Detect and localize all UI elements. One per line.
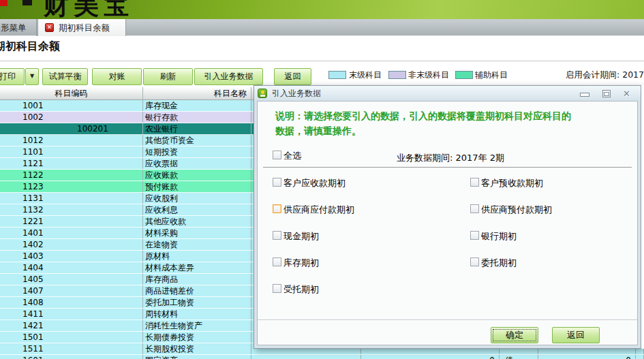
dialog-checkbox-label[interactable]: 受托期初 bbox=[283, 283, 319, 296]
reconcile-button[interactable]: 对账 bbox=[92, 68, 142, 85]
tab-graphic-menu[interactable]: 图形菜单 bbox=[0, 19, 37, 36]
cell-account-name: 长期股权投资 bbox=[143, 343, 251, 354]
dialog-checkbox-label[interactable]: 银行期初 bbox=[481, 230, 517, 243]
dialog-titlebar[interactable]: 引入业务数据 ✕ bbox=[254, 86, 641, 101]
dialog-checkbox[interactable] bbox=[273, 284, 281, 293]
dialog-checkbox[interactable] bbox=[470, 231, 479, 240]
cell-account-code: 1405 bbox=[0, 274, 143, 285]
cell-account-code: 1408 bbox=[0, 297, 143, 308]
dialog-checkbox[interactable] bbox=[273, 231, 281, 240]
dialog-checkbox-label[interactable]: 客户应收款期初 bbox=[283, 177, 346, 189]
cell-account-code: 1421 bbox=[0, 320, 143, 331]
cell-direction: 借 bbox=[500, 355, 538, 359]
cell-account-name: 应收票据 bbox=[143, 158, 251, 169]
dialog-checkbox[interactable] bbox=[273, 178, 281, 187]
cell-account-name: 原材料 bbox=[143, 251, 251, 262]
dialog-checkbox-label[interactable]: 供应商预付款期初 bbox=[481, 204, 552, 216]
divider bbox=[258, 319, 637, 320]
dialog-checkbox[interactable] bbox=[470, 257, 479, 266]
dialog-back-button[interactable]: 返回 bbox=[552, 327, 600, 343]
cell-account-name: 固定资产 bbox=[143, 355, 251, 359]
divider bbox=[0, 61, 644, 61]
cell-account-name: 应收账款 bbox=[143, 170, 251, 181]
cell-account-name: 其他货币资金 bbox=[143, 135, 251, 146]
app-banner: 财美宝 bbox=[0, 0, 644, 19]
cell-account-code: 1132 bbox=[0, 204, 143, 215]
cell-amount: 0 bbox=[361, 355, 500, 359]
cell-account-code: 1123 bbox=[0, 181, 143, 192]
tab-opening-balance[interactable]: ✕ 期初科目余额 bbox=[37, 19, 126, 36]
dialog-checkbox-label[interactable]: 库存期初 bbox=[283, 257, 319, 269]
dialog-checkbox-label[interactable]: 客户预收款期初 bbox=[481, 177, 543, 189]
legend-label: 末级科目 bbox=[349, 69, 382, 81]
cell-account-code: 1501 bbox=[0, 332, 143, 343]
dialog-icon bbox=[258, 89, 267, 98]
select-all-label: 全选 bbox=[283, 150, 301, 162]
divider bbox=[263, 167, 632, 168]
cell-account-code: 1601 bbox=[0, 355, 143, 359]
cell-account-code: 1221 bbox=[0, 216, 143, 227]
page-title: 期初科目余额 bbox=[0, 40, 60, 54]
close-icon[interactable]: ✕ bbox=[623, 89, 630, 99]
dialog-checkbox[interactable] bbox=[470, 178, 479, 187]
column-header-code: 科目编码 bbox=[0, 87, 143, 99]
dialog-checkbox-label[interactable]: 委托期初 bbox=[481, 257, 517, 269]
cell-account-code: 100201 bbox=[0, 123, 143, 134]
cell-account-name: 其他应收款 bbox=[143, 216, 251, 227]
dialog-title: 引入业务数据 bbox=[272, 86, 321, 101]
ok-button[interactable]: 确定 bbox=[491, 327, 538, 343]
print-button[interactable]: 打印 bbox=[0, 68, 25, 85]
app-logo: 财美宝 bbox=[44, 0, 134, 19]
cell-account-name: 预付账款 bbox=[143, 181, 251, 192]
cell-account-name: 长期债券投资 bbox=[143, 332, 251, 343]
column-header-name: 科目名称 bbox=[143, 87, 251, 99]
accounting-period-caption: 启用会计期间: 2017 bbox=[566, 69, 644, 81]
cell-account-code: 1401 bbox=[0, 228, 143, 238]
legend-label: 非末级科目 bbox=[408, 69, 449, 81]
dialog-checkbox[interactable] bbox=[470, 204, 479, 213]
import-business-data-dialog: 引入业务数据 ✕ 说明：请选择您要引入的数据，引入的数据将覆盖期初科目对应科目的… bbox=[254, 85, 641, 349]
select-all-checkbox[interactable] bbox=[273, 151, 281, 159]
cell-account-code: 1101 bbox=[0, 146, 143, 157]
back-button[interactable]: 返回 bbox=[274, 68, 311, 85]
cell-account-name: 周转材料 bbox=[143, 309, 251, 319]
cell-account-name: 短期投资 bbox=[143, 146, 251, 157]
tab-bar: 图形菜单 ✕ 期初科目余额 bbox=[0, 19, 644, 36]
cell-account-name: 应收利息 bbox=[143, 204, 251, 215]
cell-account-code: 1121 bbox=[0, 158, 143, 169]
cell-account-code: 1407 bbox=[0, 285, 143, 296]
tab-label: 图形菜单 bbox=[0, 22, 27, 33]
cell-account-name: 应收股利 bbox=[143, 193, 251, 204]
cell-account-name: 材料采购 bbox=[143, 228, 251, 238]
cell-account-name: 银行存款 bbox=[143, 112, 251, 123]
legend-label: 辅助科目 bbox=[475, 69, 508, 81]
cell-account-name: 库存现金 bbox=[143, 100, 251, 111]
cell-account-code: 1403 bbox=[0, 251, 143, 262]
dialog-checkbox[interactable] bbox=[273, 257, 281, 266]
minimize-icon[interactable] bbox=[580, 93, 589, 97]
cell-account-code: 1402 bbox=[0, 239, 143, 250]
refresh-button[interactable]: 刷新 bbox=[143, 68, 193, 85]
legend-swatch-icon bbox=[328, 71, 346, 79]
legend-swatch-icon bbox=[455, 71, 473, 79]
cell-amount: 0 bbox=[538, 355, 636, 359]
restore-icon[interactable] bbox=[602, 90, 611, 97]
close-tab-icon[interactable]: ✕ bbox=[45, 23, 54, 32]
dialog-checkbox[interactable] bbox=[273, 204, 281, 213]
table-row-partial[interactable]: 1601固定资产0借0 bbox=[0, 355, 644, 359]
print-dropdown-icon[interactable]: ▼ bbox=[25, 68, 39, 85]
dialog-description: 说明：请选择您要引入的数据，引入的数据将覆盖期初科目对应科目的数据，请慎重操作。 bbox=[275, 108, 572, 138]
business-data-period: 业务数据期间: 2017年 2期 bbox=[397, 152, 504, 164]
cell-account-code: 1511 bbox=[0, 343, 143, 354]
tab-label: 期初科目余额 bbox=[59, 19, 110, 36]
cell-account-name: 消耗性生物资产 bbox=[143, 320, 251, 331]
cell-account-code: 1002 bbox=[0, 112, 143, 123]
dialog-checkbox-label[interactable]: 现金期初 bbox=[283, 230, 319, 243]
cell-account-name: 农业银行 bbox=[143, 123, 251, 134]
trial-balance-button[interactable]: 试算平衡 bbox=[42, 68, 88, 85]
dialog-checkbox-label[interactable]: 供应商应付款期初 bbox=[283, 204, 354, 216]
cell-account-code: 1131 bbox=[0, 193, 143, 204]
legend-swatch-icon bbox=[388, 71, 406, 79]
logo-fragment-icon bbox=[0, 0, 7, 6]
import-business-data-button[interactable]: 引入业务数据 bbox=[194, 68, 263, 85]
